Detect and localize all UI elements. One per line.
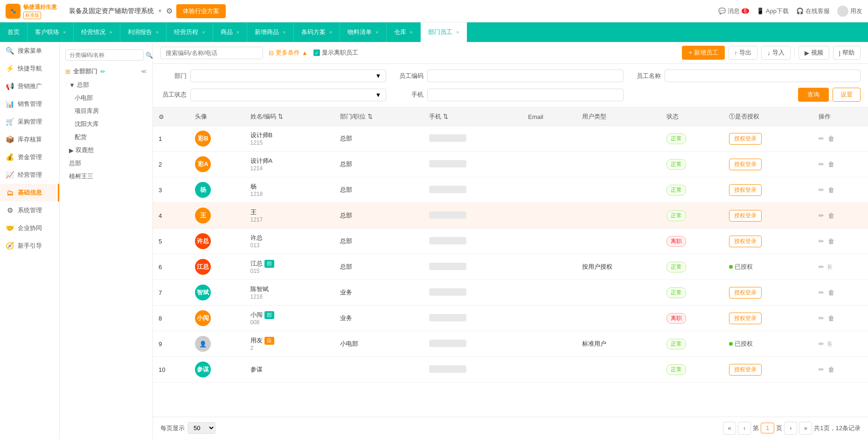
- tab-operation[interactable]: 经营情况×: [74, 22, 120, 42]
- sidebar-item-finance[interactable]: 💰 资金管理: [0, 148, 59, 166]
- auth-btn[interactable]: 授权登录: [729, 364, 762, 376]
- next-page-btn[interactable]: ›: [784, 422, 797, 435]
- edit-icon[interactable]: ✏: [819, 135, 824, 142]
- tab-home[interactable]: 首页: [0, 22, 28, 42]
- tab-barcode[interactable]: 条码方案×: [294, 22, 340, 42]
- tree-node-shuanglu[interactable]: ▶ 双鹿想: [60, 144, 153, 157]
- sidebar-item-inventory[interactable]: 📦 库存核算: [0, 131, 59, 148]
- emp-code-input[interactable]: [427, 70, 623, 82]
- edit-icon[interactable]: ✏: [819, 212, 824, 219]
- col-settings[interactable]: ⚙: [153, 108, 189, 126]
- delete-icon[interactable]: 🗑: [828, 289, 834, 296]
- auth-btn[interactable]: 授权登录: [729, 313, 762, 324]
- edit-icon[interactable]: ✏: [819, 237, 824, 245]
- auth-btn[interactable]: 授权登录: [729, 287, 762, 299]
- user-area[interactable]: 用友: [837, 6, 862, 17]
- tree-node-peihuo[interactable]: 配货: [60, 131, 153, 144]
- avatar: 彩A: [195, 156, 211, 172]
- sidebar-item-system[interactable]: ⚙ 系统管理: [0, 202, 59, 219]
- tree-collapse-btn[interactable]: ≪: [141, 68, 147, 75]
- delete-icon[interactable]: 🗑: [828, 237, 834, 245]
- edit-icon[interactable]: ✏: [819, 340, 824, 348]
- copy-icon[interactable]: ⎘: [828, 340, 832, 348]
- delete-icon[interactable]: 🗑: [828, 366, 834, 373]
- edit-icon[interactable]: ✏: [819, 314, 824, 322]
- auth-btn[interactable]: 授权登录: [729, 184, 762, 196]
- edit-icon[interactable]: ✏: [819, 366, 824, 373]
- delete-icon[interactable]: 🗑: [828, 160, 834, 168]
- import-btn[interactable]: ↓ 导入: [761, 46, 791, 60]
- filter-empname-row: 员工名称: [635, 70, 861, 82]
- experience-btn[interactable]: 体验行业方案: [176, 4, 226, 18]
- status-select[interactable]: ▼: [190, 89, 386, 101]
- sidebar-item-purchase[interactable]: 🛒 采购管理: [0, 113, 59, 131]
- tree-node-xiangmu[interactable]: 项目库房: [60, 105, 153, 118]
- message-btn[interactable]: 💬 消息 6: [718, 7, 749, 15]
- first-page-btn[interactable]: «: [723, 422, 736, 435]
- sidebar-item-marketing[interactable]: 📢 营销推广: [0, 77, 59, 95]
- more-conditions-btn[interactable]: ⊟ 更多条件 ▲: [269, 49, 308, 57]
- tab-profit[interactable]: 利润报告×: [120, 22, 167, 42]
- tree-node-shenyang[interactable]: 沈阳大库: [60, 118, 153, 131]
- search-input[interactable]: [160, 47, 263, 59]
- delete-icon[interactable]: 🗑: [828, 212, 834, 219]
- col-name[interactable]: 姓名/编码 ⇅: [245, 108, 334, 126]
- dept-select[interactable]: ▼: [190, 70, 386, 82]
- tree-edit-icon[interactable]: ✏: [100, 68, 105, 75]
- delete-icon[interactable]: 🗑: [828, 314, 834, 322]
- export-btn[interactable]: ↑ 导出: [729, 46, 758, 60]
- auth-btn[interactable]: 授权登录: [729, 159, 762, 170]
- col-phone[interactable]: 手机 ⇅: [424, 108, 522, 126]
- resigned-checkbox[interactable]: ✓: [313, 49, 320, 56]
- tab-warehouse[interactable]: 仓库×: [387, 22, 421, 42]
- col-dept[interactable]: 部门/职位 ⇅: [334, 108, 424, 126]
- edit-icon[interactable]: ✏: [819, 186, 824, 194]
- add-employee-btn[interactable]: + 新增员工: [682, 46, 724, 60]
- logo-icon: 🐾: [6, 4, 21, 19]
- per-page-select[interactable]: 50 20 100: [187, 422, 215, 434]
- phone-blur: [429, 340, 466, 347]
- tree-node-xiaodian[interactable]: 小电部: [60, 91, 153, 105]
- sidebar-item-operation[interactable]: 📈 经营管理: [0, 166, 59, 184]
- auth-btn[interactable]: 授权登录: [729, 133, 762, 145]
- sidebar-item-sales[interactable]: 📊 销售管理: [0, 95, 59, 113]
- tab-customer[interactable]: 客户联络×: [28, 22, 74, 42]
- emp-name-input[interactable]: [665, 70, 861, 82]
- system-title-dropdown[interactable]: ▼: [158, 8, 162, 14]
- tree-node-zongbu[interactable]: ▼ 总部: [60, 78, 153, 91]
- auth-btn[interactable]: 授权登录: [729, 210, 762, 222]
- edit-icon[interactable]: ✏: [819, 289, 824, 296]
- tree-node-zhishu[interactable]: 植树王三: [60, 170, 153, 183]
- tree-search-input[interactable]: [65, 49, 144, 61]
- online-service-btn[interactable]: 🎧 在线客服: [796, 7, 830, 15]
- sidebar-item-basic[interactable]: 🗂 基础信息: [0, 184, 59, 202]
- tree-search-icon[interactable]: 🔍: [146, 52, 153, 59]
- delete-icon[interactable]: 🗑: [828, 135, 834, 142]
- last-page-btn[interactable]: »: [799, 422, 812, 435]
- delete-icon[interactable]: 🗑: [828, 186, 834, 194]
- sidebar-item-collab[interactable]: 🤝 企业协同: [0, 219, 59, 237]
- sidebar-item-shortcut[interactable]: ⚡ 快捷导航: [0, 60, 59, 77]
- reset-btn[interactable]: 设置: [833, 88, 861, 102]
- tab-department[interactable]: 部门员工×: [421, 22, 467, 42]
- help-btn[interactable]: | 帮助: [833, 46, 861, 60]
- tab-bom[interactable]: 物料清单×: [340, 22, 386, 42]
- edit-icon[interactable]: ✏: [819, 160, 824, 168]
- tab-history[interactable]: 经营历程×: [167, 22, 213, 42]
- tab-goods[interactable]: 商品×: [213, 22, 247, 42]
- phone-input[interactable]: [427, 89, 623, 101]
- sidebar-item-search[interactable]: 🔍 搜索菜单: [0, 42, 59, 60]
- app-download-btn[interactable]: 📱 App下载: [757, 7, 789, 15]
- prev-page-btn[interactable]: ‹: [738, 422, 751, 435]
- query-btn[interactable]: 查询: [798, 88, 829, 102]
- settings-icon[interactable]: ⚙: [166, 7, 173, 15]
- show-resigned-toggle[interactable]: ✓ 显示离职员工: [313, 49, 358, 57]
- filter-empcode-row: 员工编码: [397, 70, 623, 82]
- edit-icon[interactable]: ✏: [819, 263, 824, 271]
- copy-icon[interactable]: ⎘: [828, 263, 832, 271]
- auth-btn[interactable]: 授权登录: [729, 236, 762, 247]
- tab-add-goods[interactable]: 新增商品×: [247, 22, 293, 42]
- view-btn[interactable]: ▶ 视频: [799, 46, 829, 60]
- tree-node-zongbu2[interactable]: 总部: [60, 157, 153, 170]
- sidebar-item-guide[interactable]: 🧭 新手引导: [0, 237, 59, 255]
